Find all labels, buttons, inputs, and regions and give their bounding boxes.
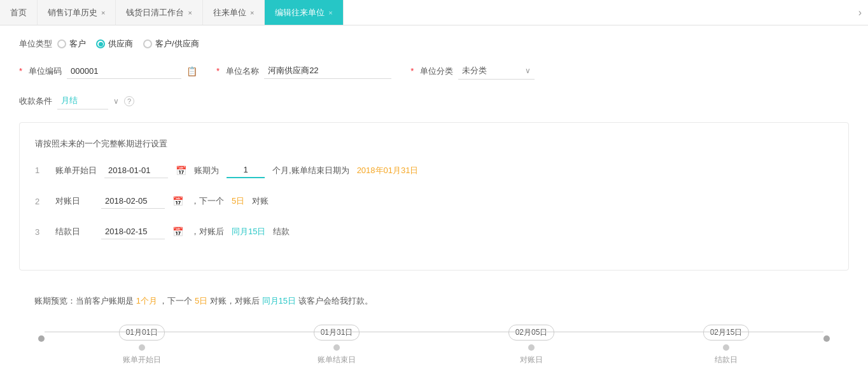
row-num-2: 2 bbox=[35, 197, 48, 206]
timeline-items: 01月01日 账单开始日 01月31日 账单结束日 02月05日 对账 bbox=[45, 325, 823, 365]
reconcile-suffix-before: ，下一个 bbox=[191, 195, 224, 207]
timeline-badge-4: 02月15日 bbox=[703, 325, 750, 341]
main-content: 单位类型 客户 供应商 客户/供应商 * 单位编码 bbox=[0, 25, 868, 387]
unit-category-star: * bbox=[410, 66, 414, 76]
tab-home-label: 首页 bbox=[10, 7, 27, 18]
timeline-item-4: 02月15日 结款日 bbox=[703, 325, 750, 365]
radio-customer-label: 客户 bbox=[69, 38, 86, 50]
start-date-calendar-icon[interactable]: 📅 bbox=[176, 165, 186, 176]
unit-category-value: 未分类 bbox=[462, 65, 487, 76]
period-prefix: 账期为 bbox=[194, 165, 219, 176]
timeline-item-1: 01月01日 账单开始日 bbox=[119, 325, 165, 365]
payment-terms-group: 收款条件 月结 ∨ ? bbox=[19, 92, 134, 109]
timeline-dot-4 bbox=[723, 344, 729, 351]
period-suffix: 个月,账单结束日期为 bbox=[272, 165, 349, 176]
tab-partners-label: 往来单位 bbox=[213, 7, 246, 18]
help-icon[interactable]: ? bbox=[124, 96, 134, 106]
unit-name-input[interactable] bbox=[264, 64, 391, 79]
timeline-item-3: 02月05日 对账日 bbox=[508, 325, 555, 365]
tab-sales-history-label: 销售订单历史 bbox=[48, 7, 97, 18]
reconcile-date-input[interactable] bbox=[101, 194, 165, 209]
timeline-section: 01月01日 账单开始日 01月31日 账单结束日 02月05日 对账 bbox=[19, 318, 849, 378]
timeline-label-2: 账单结束日 bbox=[318, 355, 356, 365]
preview-suffix: 该客户会给我打款。 bbox=[298, 296, 373, 306]
radio-supplier-label: 供应商 bbox=[108, 38, 133, 50]
payment-date-calendar-icon[interactable]: 📅 bbox=[172, 227, 183, 237]
tab-edit-partner[interactable]: 编辑往来单位 × bbox=[265, 0, 343, 25]
preview-sep2: 对账，对账后 bbox=[210, 296, 260, 306]
settings-row-2: 2 对账日 📅 ，下一个 5日 对账 bbox=[35, 194, 833, 209]
timeline-badge-3: 02月05日 bbox=[508, 325, 555, 341]
tab-partners[interactable]: 往来单位 × bbox=[203, 0, 265, 25]
radio-both[interactable]: 客户/供应商 bbox=[143, 38, 199, 50]
unit-code-label: 单位编码 bbox=[29, 66, 62, 77]
settings-row-3: 3 结款日 📅 ，对账后 同月15日 结款 bbox=[35, 224, 833, 239]
start-date-input[interactable] bbox=[104, 163, 168, 178]
payment-terms-value[interactable]: 月结 bbox=[57, 92, 108, 109]
tab-cash-workbench-label: 钱货日清工作台 bbox=[126, 7, 184, 18]
unit-type-row: 单位类型 客户 供应商 客户/供应商 bbox=[19, 38, 849, 50]
unit-info-row: * 单位编码 📋 * 单位名称 * 单位分类 未分类 ∨ bbox=[19, 62, 849, 80]
payment-terms-row: 收款条件 月结 ∨ ? bbox=[19, 92, 849, 109]
unit-type-group: 单位类型 客户 供应商 客户/供应商 bbox=[19, 38, 199, 50]
payment-date-input[interactable] bbox=[101, 224, 165, 239]
row-num-1: 1 bbox=[35, 165, 48, 175]
preview-highlight1: 1个月 bbox=[136, 296, 157, 306]
reconcile-highlight: 5日 bbox=[232, 195, 244, 207]
unit-code-group: * 单位编码 📋 bbox=[19, 64, 197, 79]
unit-category-arrow: ∨ bbox=[525, 66, 531, 75]
settings-panel: 请按照未来的一个完整帐期进行设置 1 账单开始日 📅 账期为 个月,账单结束日期… bbox=[19, 122, 849, 271]
tab-expand-button[interactable]: › bbox=[852, 0, 868, 25]
timeline-badge-2: 01月31日 bbox=[314, 325, 360, 341]
radio-supplier-circle bbox=[96, 39, 105, 48]
tab-sales-history[interactable]: 销售订单历史 × bbox=[38, 0, 116, 25]
payment-terms-label: 收款条件 bbox=[19, 95, 52, 107]
preview-sep1: ，下一个 bbox=[159, 296, 192, 306]
settings-row-1: 1 账单开始日 📅 账期为 个月,账单结束日期为 2018年01月31日 bbox=[35, 162, 833, 178]
unit-code-star: * bbox=[19, 66, 22, 76]
tab-cash-workbench-close[interactable]: × bbox=[188, 9, 192, 17]
timeline-dot-2 bbox=[333, 344, 340, 351]
unit-category-group: * 单位分类 未分类 ∨ bbox=[410, 62, 535, 80]
copy-icon[interactable]: 📋 bbox=[186, 66, 197, 76]
preview-highlight3: 同月15日 bbox=[262, 296, 296, 306]
unit-code-input[interactable] bbox=[67, 64, 181, 79]
tab-cash-workbench[interactable]: 钱货日清工作台 × bbox=[116, 0, 202, 25]
payment-suffix-before: ，对账后 bbox=[191, 226, 224, 237]
tab-bar: 首页 销售订单历史 × 钱货日清工作台 × 往来单位 × 编辑往来单位 × › bbox=[0, 0, 868, 25]
payment-terms-dropdown-group: 月结 ∨ bbox=[57, 92, 119, 109]
radio-customer-circle bbox=[57, 39, 66, 48]
radio-supplier[interactable]: 供应商 bbox=[96, 38, 133, 50]
unit-name-star: * bbox=[216, 66, 220, 76]
row-label-1: 账单开始日 bbox=[55, 165, 97, 176]
tab-edit-partner-close[interactable]: × bbox=[328, 9, 332, 17]
preview-highlight2: 5日 bbox=[195, 296, 207, 306]
tab-partners-close[interactable]: × bbox=[250, 9, 254, 17]
timeline-label-1: 账单开始日 bbox=[123, 355, 161, 365]
timeline-label-4: 结款日 bbox=[715, 355, 738, 365]
radio-group: 客户 供应商 客户/供应商 bbox=[57, 38, 199, 50]
timeline-line bbox=[45, 332, 823, 332]
row-label-3: 结款日 bbox=[55, 226, 94, 237]
timeline-badge-1: 01月01日 bbox=[119, 325, 165, 341]
period-end-date: 2018年01月31日 bbox=[357, 165, 419, 176]
timeline-item-2: 01月31日 账单结束日 bbox=[314, 325, 360, 365]
reconcile-date-calendar-icon[interactable]: 📅 bbox=[172, 196, 183, 206]
payment-suffix-after: 结款 bbox=[273, 226, 290, 237]
timeline-label-3: 对账日 bbox=[520, 355, 543, 365]
timeline-inner: 01月01日 账单开始日 01月31日 账单结束日 02月05日 对账 bbox=[45, 325, 823, 365]
payment-highlight: 同月15日 bbox=[232, 226, 265, 237]
radio-customer[interactable]: 客户 bbox=[57, 38, 86, 50]
reconcile-suffix-after: 对账 bbox=[252, 195, 269, 207]
unit-name-group: * 单位名称 bbox=[216, 64, 391, 79]
row-num-3: 3 bbox=[35, 227, 48, 237]
tab-edit-partner-label: 编辑往来单位 bbox=[275, 7, 325, 18]
unit-category-dropdown[interactable]: 未分类 ∨ bbox=[458, 62, 535, 80]
tab-sales-history-close[interactable]: × bbox=[101, 9, 105, 17]
unit-type-label: 单位类型 bbox=[19, 38, 52, 50]
row-label-2: 对账日 bbox=[55, 195, 94, 207]
preview-prefix: 账期预览：当前客户账期是 bbox=[34, 296, 134, 306]
tab-home[interactable]: 首页 bbox=[0, 0, 38, 25]
payment-terms-arrow[interactable]: ∨ bbox=[113, 97, 119, 106]
period-input[interactable] bbox=[227, 162, 265, 178]
